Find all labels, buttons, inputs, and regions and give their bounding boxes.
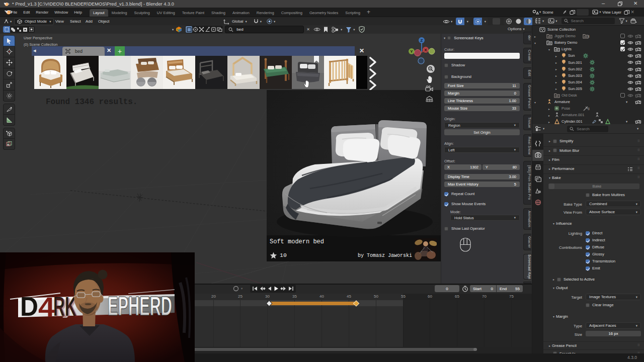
svg-text:Z: Z <box>421 38 423 43</box>
svg-text:Y: Y <box>410 49 413 54</box>
svg-text:4: 4 <box>38 291 55 323</box>
svg-text:X: X <box>424 48 427 52</box>
svg-text:D: D <box>20 292 38 321</box>
svg-text:EPHERD: EPHERD <box>108 291 172 321</box>
